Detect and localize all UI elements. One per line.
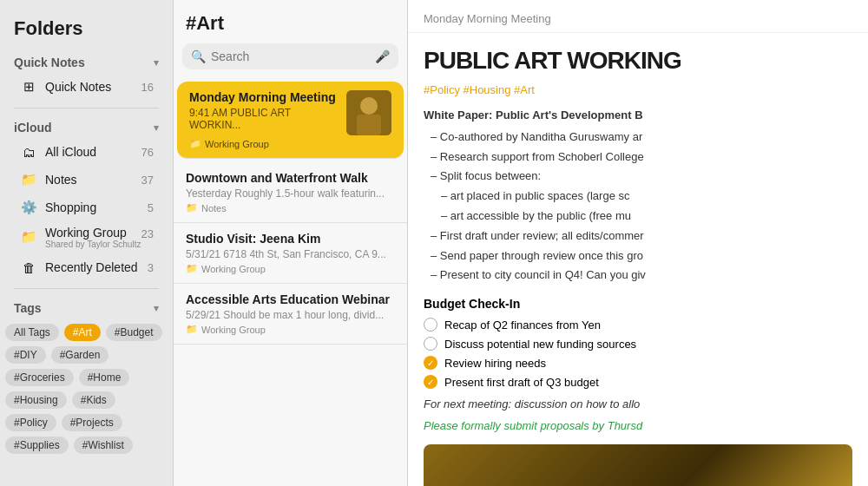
- sidebar-title: Folders: [0, 10, 173, 50]
- tag-groceries[interactable]: #Groceries: [5, 369, 74, 386]
- divider: [14, 108, 159, 108]
- footnote: For next meeting: discussion on how to a…: [424, 397, 852, 410]
- tag-art[interactable]: #Art: [64, 324, 101, 341]
- icloud-section: iCloud ▾: [0, 115, 173, 138]
- search-icon: 🔍: [191, 49, 206, 63]
- budget-item-3: ✓ Review hiring needs: [424, 356, 852, 370]
- shared-folder-icon: 📁: [19, 227, 38, 246]
- note-detail-breadcrumb: Monday Morning Meeting: [408, 0, 868, 33]
- checkbox-checked[interactable]: ✓: [424, 356, 437, 370]
- note-detail-panel: Monday Morning Meeting PUBLIC ART WORKIN…: [408, 0, 868, 486]
- microphone-icon[interactable]: 🎤: [375, 49, 390, 63]
- tag-garden[interactable]: #Garden: [51, 346, 109, 364]
- folder-icon: 📁: [186, 202, 198, 213]
- sidebar-item-working-group[interactable]: 📁 Working Group Shared by Taylor Schultz…: [5, 221, 168, 253]
- note-thumbnail: [346, 90, 391, 135]
- note-meta: 5/31/21 6718 4th St, San Francisco, CA 9…: [186, 248, 395, 260]
- tag-budget[interactable]: #Budget: [106, 324, 162, 341]
- tag-housing[interactable]: #Housing: [5, 391, 67, 409]
- search-input[interactable]: [211, 49, 370, 63]
- chevron-down-icon: ▾: [154, 303, 159, 314]
- note-image: [424, 444, 852, 486]
- sidebar-item-recently-deleted[interactable]: 🗑 Recently Deleted 3: [5, 253, 168, 281]
- note-title: Studio Visit: Jeena Kim: [186, 232, 395, 246]
- note-card-monday[interactable]: Monday Morning Meeting 9:41 AM PUBLIC AR…: [177, 82, 404, 159]
- folder-icon: 📁: [186, 263, 198, 274]
- note-card-webinar[interactable]: Accessible Arts Education Webinar 5/29/2…: [174, 284, 407, 345]
- budget-item-1: Recap of Q2 finances from Yen: [424, 318, 852, 332]
- note-group: 📁 Notes: [186, 202, 395, 213]
- budget-title: Budget Check-In: [424, 297, 852, 311]
- tag-kids[interactable]: #Kids: [72, 391, 115, 409]
- note-group: 📁 Working Group: [189, 138, 391, 149]
- note-title: Monday Morning Meeting: [189, 90, 338, 104]
- divider: [14, 288, 159, 289]
- search-bar: 🔍 🎤: [182, 43, 398, 69]
- checkbox-empty[interactable]: [424, 337, 437, 351]
- shopping-icon: ⚙️: [19, 198, 38, 217]
- note-tags: #Policy #Housing #Art: [424, 83, 852, 96]
- tag-projects[interactable]: #Projects: [62, 414, 122, 431]
- budget-section: Budget Check-In Recap of Q2 finances fro…: [424, 297, 852, 389]
- white-paper-title: White Paper: Public Art's Development B: [424, 107, 852, 125]
- note-card-studio[interactable]: Studio Visit: Jeena Kim 5/31/21 6718 4th…: [174, 223, 407, 284]
- folder-icon: 📁: [189, 138, 201, 149]
- svg-rect-2: [357, 115, 381, 135]
- note-meta: Yesterday Roughly 1.5-hour walk featurin…: [186, 187, 395, 200]
- tag-wishlist[interactable]: #Wishlist: [74, 437, 133, 454]
- notes-list-title: #Art: [174, 0, 407, 43]
- tag-diy[interactable]: #DIY: [5, 346, 46, 364]
- quick-notes-icon: ⊞: [19, 77, 38, 96]
- folder-icon: 📁: [186, 324, 198, 335]
- checkbox-empty[interactable]: [424, 318, 437, 332]
- green-text: Please formally submit proposals by Thur…: [424, 419, 852, 432]
- sidebar-item-shopping[interactable]: ⚙️ Shopping 5: [5, 194, 168, 221]
- note-group: 📁 Working Group: [186, 263, 395, 274]
- sidebar: Folders Quick Notes ▾ ⊞ Quick Notes 16 i…: [0, 0, 174, 486]
- notes-folder-icon: 📁: [19, 170, 38, 189]
- note-body: White Paper: Public Art's Development B …: [424, 107, 852, 285]
- note-meta: 9:41 AM PUBLIC ART WORKIN...: [189, 107, 338, 131]
- thumb-image: [346, 90, 391, 135]
- note-meta: 5/29/21 Should be max 1 hour long, divid…: [186, 309, 395, 321]
- tag-home[interactable]: #Home: [79, 369, 130, 386]
- tags-grid: All Tags #Art #Budget #DIY #Garden #Groc…: [0, 319, 173, 459]
- svg-point-1: [360, 97, 378, 115]
- note-title: Downtown and Waterfront Walk: [186, 171, 395, 185]
- trash-icon: 🗑: [19, 258, 38, 277]
- quick-notes-section: Quick Notes ▾: [0, 50, 173, 73]
- note-detail-title: PUBLIC ART WORKING: [424, 47, 852, 75]
- tag-supplies[interactable]: #Supplies: [5, 437, 69, 454]
- note-card-downtown[interactable]: Downtown and Waterfront Walk Yesterday R…: [174, 162, 407, 223]
- tag-all-tags[interactable]: All Tags: [5, 324, 59, 341]
- sidebar-item-quick-notes[interactable]: ⊞ Quick Notes 16: [5, 73, 168, 101]
- sidebar-item-notes[interactable]: 📁 Notes 37: [5, 166, 168, 194]
- note-group: 📁 Working Group: [186, 324, 395, 335]
- notes-list-panel: #Art 🔍 🎤 Monday Morning Meeting 9:41 AM …: [174, 0, 408, 486]
- note-title: Accessible Arts Education Webinar: [186, 292, 395, 306]
- tags-section: Tags ▾: [0, 296, 173, 319]
- chevron-down-icon: ▾: [154, 57, 159, 69]
- notes-list: Monday Morning Meeting 9:41 AM PUBLIC AR…: [174, 78, 407, 486]
- chevron-down-icon: ▾: [154, 122, 159, 134]
- checkbox-checked[interactable]: ✓: [424, 375, 437, 389]
- note-detail-body[interactable]: PUBLIC ART WORKING #Policy #Housing #Art…: [408, 33, 868, 486]
- sidebar-item-all-icloud[interactable]: 🗂 All iCloud 76: [5, 138, 168, 166]
- folder-icon: 🗂: [19, 142, 38, 161]
- budget-item-4: ✓ Present first draft of Q3 budget: [424, 375, 852, 389]
- budget-item-2: Discuss potential new funding sources: [424, 337, 852, 351]
- tag-policy[interactable]: #Policy: [5, 414, 56, 431]
